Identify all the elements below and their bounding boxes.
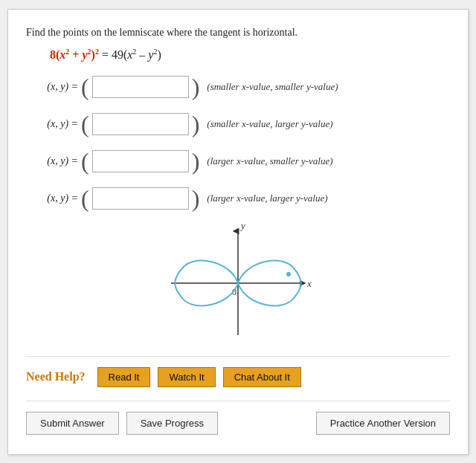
- hint-1: (smaller x-value, smaller y-value): [207, 81, 338, 93]
- lemniscate-graph: x y 0: [164, 224, 312, 343]
- submit-answer-button[interactable]: Submit Answer: [26, 412, 119, 435]
- input-row-1: (x, y) = ( ) (smaller x-value, smaller y…: [26, 75, 450, 99]
- hint-2: (smaller x-value, larger y-value): [207, 118, 332, 130]
- equation-black: = 49(x2 – y2): [102, 48, 161, 61]
- input-label-3: (x, y) =: [26, 155, 78, 167]
- paren-open-1: (: [81, 75, 89, 99]
- y-axis-label: y: [239, 224, 245, 231]
- graph-area: x y 0: [26, 224, 450, 343]
- paren-close-4: ): [192, 187, 200, 210]
- hint-4: (larger x-value, larger y-value): [207, 192, 327, 204]
- paren-open-4: (: [81, 187, 89, 210]
- need-help-section: Need Help? Read It Watch It Chat About I…: [26, 356, 450, 387]
- paren-close-1: ): [192, 75, 200, 99]
- answer-input-1[interactable]: [92, 76, 189, 98]
- paren-open-2: (: [81, 112, 89, 136]
- need-help-label: Need Help?: [26, 370, 86, 383]
- read-it-button[interactable]: Read It: [97, 367, 151, 387]
- equation-red: 8(x2 + y2)2: [50, 48, 99, 61]
- tangent-point-dot: [286, 272, 291, 276]
- input-row-2: (x, y) = ( ) (smaller x-value, larger y-…: [26, 112, 450, 136]
- watch-it-button[interactable]: Watch It: [158, 367, 215, 387]
- answer-input-2[interactable]: [92, 113, 189, 135]
- input-label-2: (x, y) =: [26, 118, 78, 130]
- input-row-4: (x, y) = ( ) (larger x-value, larger y-v…: [26, 187, 450, 210]
- paren-open-3: (: [81, 149, 89, 173]
- main-container: Find the points on the lemniscate where …: [7, 9, 469, 455]
- input-label-4: (x, y) =: [26, 192, 78, 204]
- chat-about-it-button[interactable]: Chat About It: [223, 367, 301, 387]
- input-row-3: (x, y) = ( ) (larger x-value, smaller y-…: [26, 149, 450, 173]
- answer-input-3[interactable]: [92, 150, 189, 172]
- input-label-1: (x, y) =: [26, 81, 78, 93]
- hint-3: (larger x-value, smaller y-value): [207, 155, 332, 167]
- answer-input-4[interactable]: [92, 187, 189, 210]
- question-text: Find the points on the lemniscate where …: [26, 25, 450, 40]
- practice-another-button[interactable]: Practice Another Version: [316, 412, 450, 435]
- paren-close-2: ): [192, 112, 200, 136]
- save-progress-button[interactable]: Save Progress: [126, 412, 218, 435]
- paren-close-3: ): [192, 149, 200, 173]
- x-axis-label: x: [306, 278, 312, 289]
- equation: 8(x2 + y2)2 = 49(x2 – y2): [50, 48, 450, 62]
- footer-buttons: Submit Answer Save Progress Practice Ano…: [26, 401, 450, 435]
